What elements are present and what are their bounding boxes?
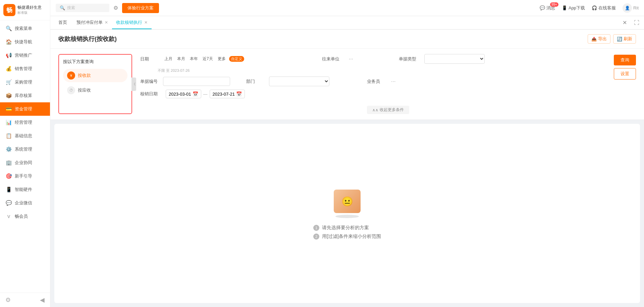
staff-dots: ··· [390,79,397,85]
by-receivable-icon: ⏱ [67,86,75,94]
sidebar-item-quick-nav[interactable]: 🏠 快捷导航 [0,35,50,49]
sidebar-item-sales[interactable]: 💰 销售管理 [0,62,50,75]
sidebar-item-marketing[interactable]: 📢 营销推广 [0,49,50,62]
solution-button[interactable]: 体验行业方案 [122,3,159,13]
staff-label: 业务员 [367,79,384,85]
date-last-month[interactable]: 上月 [163,55,174,62]
filter-option-by-receipt[interactable]: ¥ 按收款 [63,69,127,82]
export-button[interactable]: 📤 导出 [588,34,610,44]
empty-text: 1 请先选择要分析的方案 2 用[过滤]条件来缩小分析范围 [313,225,381,242]
voucher-no-input[interactable] [163,77,230,86]
enterprise-icon: 🏢 [5,159,12,166]
filter-fields: 日期 上月 本月 本年 近7天 更多 自定义 往来单位 ··· [140,54,636,114]
date-more[interactable]: 更多 [216,55,227,62]
date-range-divider: — [203,92,208,97]
guide-icon: 🎯 [5,173,12,180]
close-tab-btn[interactable]: ✕ [620,18,629,28]
sidebar-item-guide[interactable]: 🎯 新手引导 [0,169,50,183]
empty-shadow [335,215,359,218]
member-icon: V [5,213,12,220]
marketing-icon: 📢 [5,52,12,59]
page-header: 收款核销执行(按收款) 📤 导出 🔄 刷新 [50,30,644,49]
collapse-filter-btn[interactable]: 《 [131,78,136,91]
sidebar-item-hardware[interactable]: 📱 智能硬件 [0,183,50,196]
sidebar-item-member[interactable]: V 畅会员 [0,210,50,223]
message-badge: 99+ [550,2,558,7]
page-title: 收款核销执行(按收款) [58,35,117,48]
date-this-year[interactable]: 本年 [189,55,199,62]
export-icon: 📤 [591,37,597,42]
department-select[interactable] [269,76,329,86]
topbar-gear-icon[interactable]: ⚙ [113,5,118,11]
user-name: Rit [633,5,639,10]
content-area: 收款核销执行(按收款) 📤 导出 🔄 刷新 按以下方案查询 ¥ 按收款 [50,30,644,307]
page-header-actions: 📤 导出 🔄 刷新 [588,34,636,48]
hardware-icon: 📱 [5,186,12,193]
writeoff-start-date-value: 2023-03-01 [169,92,191,97]
online-service-button[interactable]: 🎧 在线客服 [592,5,616,11]
message-icon: 💬 [540,5,545,10]
empty-state: 😐 1 请先选择要分析的方案 2 用[过滤]条件来缩小分析范围 [54,124,640,303]
service-icon: 🎧 [592,5,597,10]
filter-scheme-selector: 按以下方案查询 ¥ 按收款 ⏱ 按应收 《 [58,54,132,114]
empty-box-icon: 😐 [334,190,361,213]
collapse-more-row: ∧∧ 收起更多条件 [140,106,636,114]
setting-button[interactable]: 设置 [614,68,636,80]
sidebar-item-basic-info[interactable]: 📋 基础信息 [0,129,50,143]
settings-bottom-icon[interactable]: ⚙ [5,296,11,304]
fullscreen-btn[interactable]: ⛶ [632,18,641,28]
filter-panel: 按以下方案查询 ¥ 按收款 ⏱ 按应收 《 日期 [50,49,644,120]
collapse-more-button[interactable]: ∧∧ 收起更多条件 [367,106,409,114]
sidebar-item-inventory[interactable]: 📦 库存核算 [0,89,50,102]
filter-option-by-receivable[interactable]: ⏱ 按应收 [63,84,127,97]
tab-receive-close[interactable]: ✕ [144,20,148,25]
sidebar-item-finance[interactable]: 💳 资金管理 [0,102,50,116]
user-area[interactable]: 👤 Rit [623,3,639,13]
logo-sub: 标准版 [17,10,42,15]
sales-icon: 💰 [5,65,12,72]
voucher-type-select[interactable] [424,54,485,64]
tab-prepay-close[interactable]: ✕ [105,20,108,25]
tab-receive-writeoff[interactable]: 收款核销执行 ✕ [112,16,152,29]
tab-home[interactable]: 首页 [53,16,72,29]
system-icon: ⚙️ [5,146,12,153]
collapse-sidebar-icon[interactable]: ◀ [40,296,45,304]
topbar-search-placeholder: 搜索 [67,5,75,11]
purchase-icon: 🛒 [5,79,12,86]
sidebar-item-wechat[interactable]: 💬 企业微信 [0,196,50,210]
tab-prepay-orders[interactable]: 预付冲应付单 ✕ [72,16,112,29]
date-label: 日期 [140,56,158,62]
filter-scheme-title: 按以下方案查询 [63,59,127,65]
sidebar-item-operations[interactable]: 📊 经营管理 [0,116,50,129]
sidebar-logo: 畅 畅捷通好生意 标准版 [0,0,50,20]
inventory-icon: 📦 [5,92,12,99]
counterparty-label: 往来单位 [322,56,342,62]
counterparty-dots: ··· [347,56,355,62]
quick-nav-icon: 🏠 [5,39,12,45]
empty-step-1: 1 请先选择要分析的方案 [313,225,381,231]
date-custom-tag[interactable]: 自定义 [229,56,244,62]
writeoff-date-end-wrap: 2023-07-21 📅 [210,90,245,98]
sidebar-item-enterprise[interactable]: 🏢 企业协同 [0,156,50,169]
topbar-search[interactable]: 🔍 搜索 [56,4,109,12]
writeoff-start-cal-icon[interactable]: 📅 [193,91,198,97]
topbar-search-icon: 🔍 [60,5,65,10]
message-button[interactable]: 💬 消息 99+ [540,5,555,11]
refresh-button[interactable]: 🔄 刷新 [613,34,636,44]
finance-icon: 💳 [5,106,12,112]
writeoff-end-cal-icon[interactable]: 📅 [236,91,242,97]
app-icon: 📱 [562,5,567,10]
step-num-2: 2 [313,234,319,240]
logo-icon: 畅 [3,4,15,16]
sidebar-item-purchase[interactable]: 🛒 采购管理 [0,75,50,89]
sidebar-item-system[interactable]: ⚙️ 系统管理 [0,143,50,156]
app-download-button[interactable]: 📱 App下载 [562,5,585,11]
date-7days[interactable]: 近7天 [201,55,214,62]
query-button[interactable]: 查询 [614,55,636,65]
sidebar-item-search-menu[interactable]: 🔍 搜索菜单 [0,22,50,35]
empty-illustration: 😐 [327,185,367,218]
writeoff-end-date-value: 2023-07-21 [213,92,235,97]
basic-info-icon: 📋 [5,133,12,139]
sidebar-bottom: ⚙ ◀ [0,293,50,307]
date-this-month[interactable]: 本月 [176,55,186,62]
